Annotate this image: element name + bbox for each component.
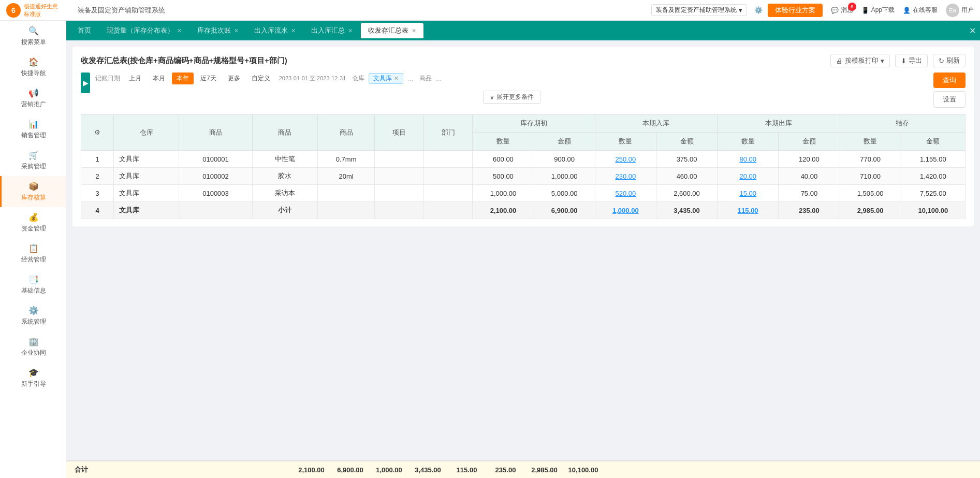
sidebar: 🔍 搜索菜单 🏠 快捷导航 📢 营销推广 📊 销售管理 🛒 采购管理 📦 库存核… — [0, 21, 66, 478]
cell-out-amt: 40.00 — [779, 168, 840, 185]
refresh-button[interactable]: ↻ 刷新 — [933, 54, 966, 67]
cell-out-qty[interactable]: 15.00 — [718, 185, 779, 202]
cell-in-amt: 460.00 — [656, 168, 717, 185]
date-curr-month-btn[interactable]: 本月 — [148, 73, 170, 84]
filter-area: ▶ 记账日期 上月 本月 本年 近7天 — [81, 73, 966, 108]
subtotal-project — [375, 202, 424, 219]
tab-close-recv-send-summary[interactable]: ✕ — [412, 27, 416, 34]
out-qty-link[interactable]: 80.00 — [739, 155, 756, 163]
sidebar-item-inventory[interactable]: 📦 库存核算 — [0, 176, 66, 207]
footer-out-qty: 115.00 — [447, 466, 486, 474]
cell-opening-amt: 1,000.00 — [534, 168, 595, 185]
sidebar-item-basic-info[interactable]: 📑 基础信息 — [0, 269, 66, 300]
system-selector[interactable]: 装备及固定资产辅助管理系统 ▾ — [651, 4, 747, 16]
cell-warehouse: 文具库 — [114, 151, 179, 168]
subtotal-code — [179, 202, 253, 219]
cell-in-qty[interactable]: 230.00 — [595, 168, 656, 185]
expand-row: ∨ 展开更多条件 — [95, 89, 928, 106]
th-settings[interactable]: ⚙ — [81, 114, 114, 151]
settings-button[interactable]: 设置 — [933, 91, 966, 108]
date-more-btn[interactable]: 更多 — [223, 73, 245, 84]
date-custom-btn[interactable]: 自定义 — [247, 73, 275, 84]
close-all-tabs-button[interactable]: ✕ — [969, 26, 976, 35]
tab-bar: 首页 现货量（库存分布表） ✕ 库存批次账 ✕ 出入库流水 ✕ 出入库汇总 ✕ … — [66, 21, 980, 40]
app-download-item[interactable]: 📱 App下载 — [861, 6, 895, 15]
tab-close-inventory-dist[interactable]: ✕ — [177, 27, 182, 34]
cell-dept — [423, 185, 473, 202]
settings-icon[interactable]: ⚙️ — [754, 6, 763, 14]
date-curr-year-btn[interactable]: 本年 — [172, 73, 194, 84]
cell-in-amt: 2,600.00 — [656, 185, 717, 202]
warehouse-tag-text: 文具库 — [373, 74, 392, 83]
in-qty-link[interactable]: 250.00 — [615, 155, 636, 163]
warehouse-ellipsis[interactable]: ... — [407, 75, 413, 82]
goods-ellipsis[interactable]: ... — [436, 75, 442, 82]
th-name: 商品 — [252, 114, 317, 151]
footer-values: 2,100.00 6,900.00 1,000.00 3,435.00 115.… — [292, 466, 972, 474]
table-row: 2 文具库 0100002 胶水 20ml 500.00 1,000.00 23… — [81, 168, 966, 185]
sales-icon: 📊 — [28, 119, 39, 129]
query-button[interactable]: 查询 — [933, 73, 966, 88]
gear-icon: ⚙ — [94, 128, 100, 136]
tab-home[interactable]: 首页 — [70, 23, 98, 38]
logo-text: 畅捷通好生意 标准版 — [24, 3, 58, 18]
th-group-out: 本期出库 — [718, 114, 840, 133]
tab-close-in-out-summary[interactable]: ✕ — [348, 27, 353, 34]
export-icon: ⬇ — [901, 57, 906, 65]
out-qty-link[interactable]: 20.00 — [739, 172, 756, 180]
cell-out-qty[interactable]: 80.00 — [718, 151, 779, 168]
th-spec: 商品 — [317, 114, 374, 151]
avatar: Ea — [946, 4, 959, 17]
warehouse-tag[interactable]: 文具库 ✕ — [369, 73, 403, 84]
sidebar-item-finance[interactable]: 💰 资金管理 — [0, 207, 66, 238]
date-prev-month-btn[interactable]: 上月 — [124, 73, 146, 84]
tab-inventory-dist[interactable]: 现货量（库存分布表） ✕ — [99, 23, 189, 38]
sidebar-item-search-menu[interactable]: 🔍 搜索菜单 — [0, 21, 66, 52]
sidebar-item-beginner[interactable]: 🎓 新手引导 — [0, 363, 66, 394]
expand-conditions-btn[interactable]: ∨ 展开更多条件 — [483, 91, 540, 104]
cell-out-qty[interactable]: 20.00 — [718, 168, 779, 185]
tab-close-batch-ledger[interactable]: ✕ — [234, 27, 239, 34]
footer-opening-amt: 6,900.00 — [331, 466, 370, 474]
system-title: 装备及固定资产辅助管理系统 — [78, 6, 646, 15]
online-service-item[interactable]: 👤 在线客服 — [903, 6, 938, 15]
user-item[interactable]: Ea 用户 — [946, 4, 974, 17]
sidebar-item-sales[interactable]: 📊 销售管理 — [0, 114, 66, 145]
subtotal-out-amt: 235.00 — [779, 202, 840, 219]
print-button[interactable]: 🖨 按模板打印 ▾ — [830, 54, 890, 67]
in-qty-link[interactable]: 520.00 — [615, 190, 636, 197]
sidebar-item-operation[interactable]: 📋 经营管理 — [0, 238, 66, 269]
filter-collapse-btn[interactable]: ▶ — [81, 73, 90, 93]
cell-in-qty[interactable]: 520.00 — [595, 185, 656, 202]
table-wrapper: ⚙ 仓库 商品 商品 商品 项目 部门 库存期初 本期入库 本期出库 — [81, 114, 966, 219]
warehouse-tag-close[interactable]: ✕ — [394, 75, 399, 82]
cell-in-qty[interactable]: 250.00 — [595, 151, 656, 168]
table-row: 1 文具库 0100001 中性笔 0.7mm 600.00 900.00 25… — [81, 151, 966, 168]
message-item[interactable]: 💬 消息 6 — [831, 6, 853, 15]
tab-batch-ledger[interactable]: 库存批次账 ✕ — [190, 23, 246, 38]
cell-project — [375, 151, 424, 168]
sidebar-item-enterprise[interactable]: 🏢 企业协同 — [0, 331, 66, 363]
sidebar-item-system[interactable]: ⚙️ 系统管理 — [0, 300, 66, 331]
trial-button[interactable]: 体验行业方案 — [768, 4, 823, 17]
tab-in-out-flow[interactable]: 出入库流水 ✕ — [247, 23, 303, 38]
warehouse-filter-section: 仓库 文具库 ✕ ... — [352, 73, 413, 84]
cell-index: 1 — [81, 151, 114, 168]
tab-close-in-out-flow[interactable]: ✕ — [291, 27, 296, 34]
table-row: 3 文具库 0100003 采访本 1,000.00 5,000.00 520.… — [81, 185, 966, 202]
cell-balance-qty: 710.00 — [840, 168, 901, 185]
sidebar-item-marketing[interactable]: 📢 营销推广 — [0, 83, 66, 114]
date-7days-btn[interactable]: 近7天 — [196, 73, 221, 84]
tab-recv-send-summary[interactable]: 收发存汇总表 ✕ — [361, 23, 423, 38]
tab-in-out-summary[interactable]: 出入库汇总 ✕ — [304, 23, 360, 38]
sidebar-item-purchase[interactable]: 🛒 采购管理 — [0, 145, 66, 176]
export-button[interactable]: ⬇ 导出 — [895, 54, 928, 67]
out-qty-link[interactable]: 15.00 — [739, 190, 756, 197]
basic-info-icon: 📑 — [28, 274, 39, 284]
sidebar-item-quick-nav[interactable]: 🏠 快捷导航 — [0, 52, 66, 83]
in-qty-link[interactable]: 230.00 — [615, 172, 636, 180]
subtotal-name: 小计 — [252, 202, 317, 219]
cell-out-amt: 120.00 — [779, 151, 840, 168]
cell-balance-amt: 1,420.00 — [901, 168, 965, 185]
th-warehouse: 仓库 — [114, 114, 179, 151]
